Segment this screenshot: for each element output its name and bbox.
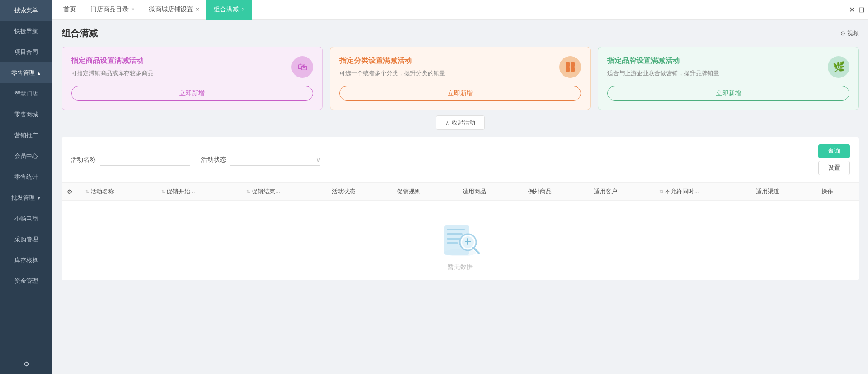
sidebar-item-retail-mgmt[interactable]: 零售管理 ▲: [0, 62, 52, 83]
th-promo-start[interactable]: 促销开始...: [156, 183, 241, 201]
activity-table: ⚙ 活动名称 促销开始... 促销结束... 活动状态 促销规则 适用商品 例外…: [62, 183, 859, 280]
svg-rect-1: [571, 62, 575, 67]
tab-store-catalog[interactable]: 门店商品目录 ×: [83, 0, 142, 20]
sidebar-item-marketing[interactable]: 营销推广: [0, 125, 52, 146]
tab-close-store-catalog[interactable]: ×: [131, 6, 134, 13]
empty-illustration-svg: [435, 219, 485, 259]
tab-ministore-settings[interactable]: 微商城店铺设置 ×: [142, 0, 206, 20]
main-area: 首页 门店商品目录 × 微商城店铺设置 × 组合满减 × ✕ ⊡ 组合满减 ⊙ …: [52, 0, 868, 374]
activity-status-label: 活动状态: [201, 156, 226, 164]
svg-rect-6: [447, 229, 465, 230]
category-discount-title: 指定分类设置满减活动: [339, 56, 582, 66]
sidebar-item-retail-stats[interactable]: 零售统计: [0, 167, 52, 187]
sidebar-item-wholesale-mgmt[interactable]: 批发管理 ▼: [0, 187, 52, 208]
filter-activity-name: 活动名称: [71, 154, 190, 166]
activity-name-input[interactable]: [100, 154, 190, 166]
sidebar-item-inventory-check[interactable]: 库存核算: [0, 250, 52, 271]
th-exception-products: 例外商品: [523, 183, 588, 201]
th-activity-status: 活动状态: [326, 183, 392, 201]
brand-discount-card: 🌿 指定品牌设置满减活动 适合与上游企业联合做营销，提升品牌销量 立即新增: [598, 47, 859, 110]
th-applicable-products: 适用商品: [457, 183, 523, 201]
tab-close-ministore-settings[interactable]: ×: [196, 6, 199, 13]
th-promo-rule: 促销规则: [391, 183, 457, 201]
chevron-up-icon: ▲: [37, 71, 41, 76]
category-discount-card: 指定分类设置满减活动 可选一个或者多个分类，提升分类的销量 立即新增: [330, 47, 591, 110]
table-header-row: ⚙ 活动名称 促销开始... 促销结束... 活动状态 促销规则 适用商品 例外…: [62, 183, 859, 201]
activity-name-label: 活动名称: [71, 156, 96, 164]
th-operations: 操作: [816, 183, 859, 201]
sidebar-item-member-center[interactable]: 会员中心: [0, 146, 52, 167]
category-discount-icon: [559, 56, 581, 78]
filter-buttons: 查询 设置: [818, 144, 850, 175]
chevron-up-icon: ∧: [445, 120, 450, 126]
filter-row: 活动名称 活动状态 ∨ 查询 设置: [62, 137, 859, 183]
tab-bar: 首页 门店商品目录 × 微商城店铺设置 × 组合满减 × ✕ ⊡: [52, 0, 868, 20]
chevron-down-icon: ∨: [316, 156, 320, 163]
category-discount-add-btn[interactable]: 立即新增: [339, 86, 582, 101]
svg-rect-8: [447, 238, 460, 240]
restore-window-icon[interactable]: ⊡: [858, 5, 864, 14]
tab-combo-discount[interactable]: 组合满减 ×: [206, 0, 252, 20]
tab-home[interactable]: 首页: [56, 0, 83, 20]
sidebar-item-fund-mgmt[interactable]: 资金管理: [0, 271, 52, 292]
sidebar-item-xiaochang-ecom[interactable]: 小畅电商: [0, 208, 52, 229]
tab-close-combo-discount[interactable]: ×: [242, 6, 245, 13]
svg-rect-2: [566, 67, 570, 72]
sidebar-item-search-menu[interactable]: 搜索菜单: [0, 0, 52, 21]
collapse-activity-btn[interactable]: ∧ 收起活动: [436, 115, 485, 130]
sidebar-item-project-contract[interactable]: 项目合同: [0, 42, 52, 62]
page-title: 组合满减: [62, 27, 98, 39]
tab-bar-right-controls: ✕ ⊡: [849, 5, 864, 14]
collapse-row: ∧ 收起活动: [62, 115, 859, 130]
close-window-icon[interactable]: ✕: [849, 5, 855, 14]
filter-activity-status: 活动状态 ∨: [201, 154, 320, 166]
sidebar-item-retail-mall[interactable]: 零售商城: [0, 104, 52, 125]
th-not-allow-same[interactable]: 不允许同时...: [654, 183, 750, 201]
activity-cards-container: 🛍 指定商品设置满减活动 可指定滞销商品或库存较多商品 立即新增 指定分类设置满…: [62, 47, 859, 110]
table-empty-row: 暂无数据: [62, 201, 859, 281]
svg-rect-9: [447, 242, 458, 244]
brand-discount-add-btn[interactable]: 立即新增: [607, 86, 849, 101]
svg-rect-3: [571, 67, 575, 72]
category-discount-desc: 可选一个或者多个分类，提升分类的销量: [339, 69, 582, 79]
product-discount-add-btn[interactable]: 立即新增: [71, 86, 313, 101]
sidebar-settings[interactable]: ⚙: [0, 354, 52, 374]
th-applicable-customers: 适用客户: [588, 183, 654, 201]
query-button[interactable]: 查询: [818, 144, 850, 158]
table-container: ⚙ 活动名称 促销开始... 促销结束... 活动状态 促销规则 适用商品 例外…: [62, 183, 859, 280]
play-circle-icon: ⊙: [840, 30, 845, 37]
gear-icon: ⚙: [67, 188, 72, 195]
page-content: 组合满减 ⊙ 视频 🛍 指定商品设置满减活动 可指定滞销商品或库存较多商品 立即…: [52, 20, 868, 374]
activity-status-select[interactable]: ∨: [230, 154, 320, 166]
brand-discount-title: 指定品牌设置满减活动: [607, 56, 849, 66]
brand-discount-desc: 适合与上游企业联合做营销，提升品牌销量: [607, 69, 849, 79]
gear-icon: ⚙: [24, 360, 29, 368]
th-promo-end[interactable]: 促销结束...: [241, 183, 326, 201]
sidebar-item-quick-nav[interactable]: 快捷导航: [0, 21, 52, 42]
sidebar-item-smart-store[interactable]: 智慧门店: [0, 83, 52, 104]
svg-rect-7: [447, 233, 463, 235]
sidebar-item-purchase-mgmt[interactable]: 采购管理: [0, 229, 52, 250]
page-header: 组合满减 ⊙ 视频: [62, 27, 859, 39]
th-activity-name[interactable]: 活动名称: [80, 183, 156, 201]
settings-button[interactable]: 设置: [818, 161, 850, 175]
brand-discount-icon: 🌿: [828, 56, 849, 78]
th-gear[interactable]: ⚙: [62, 183, 80, 201]
svg-rect-0: [566, 62, 570, 67]
table-body: 暂无数据: [62, 201, 859, 281]
product-discount-card: 🛍 指定商品设置满减活动 可指定滞销商品或库存较多商品 立即新增: [62, 47, 323, 110]
chevron-down-icon: ▼: [37, 196, 41, 201]
product-discount-title: 指定商品设置满减活动: [71, 56, 313, 66]
sidebar: 搜索菜单 快捷导航 项目合同 零售管理 ▲ 智慧门店 零售商城 营销推广 会员中…: [0, 0, 52, 374]
product-discount-icon: 🛍: [291, 56, 313, 78]
th-applicable-channel: 适用渠道: [750, 183, 816, 201]
video-button[interactable]: ⊙ 视频: [840, 29, 859, 38]
product-discount-desc: 可指定滞销商品或库存较多商品: [71, 69, 313, 79]
empty-state: 暂无数据: [62, 201, 859, 280]
empty-text: 暂无数据: [448, 263, 473, 271]
